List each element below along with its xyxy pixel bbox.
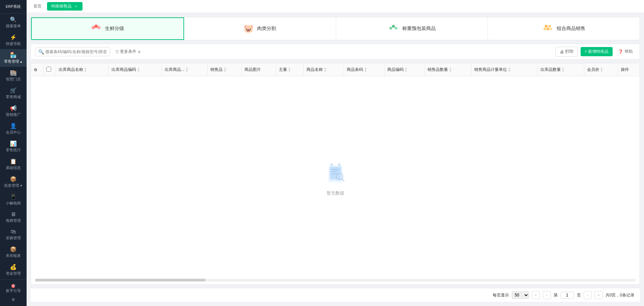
th-sort-sale-item[interactable]: 销售品 ▲▼ <box>210 67 239 73</box>
sort-arrows: ▲▼ <box>405 67 407 73</box>
data-table-container: ⚙ 出库商品名称 ▲▼ 出库商品编码 <box>31 63 640 285</box>
table-header-row: ⚙ 出库商品名称 ▲▼ 出库商品编码 <box>31 63 640 76</box>
page-prefix-label: 第 <box>554 292 558 298</box>
sidebar-item-label: 智慧门店 <box>6 77 21 82</box>
th-sort-out-code[interactable]: 出库商品编码 ▲▼ <box>111 67 159 73</box>
mini-ecom-icon: 📱 <box>10 194 17 200</box>
th-weight[interactable]: 主量 ▲▼ <box>276 63 304 76</box>
last-page-button[interactable]: » <box>595 291 603 299</box>
print-button[interactable]: 🖨 打印 <box>555 47 578 57</box>
sidebar-item-member-center[interactable]: 👤 会员中心 <box>0 120 27 138</box>
sidebar-item-label: 营销推广 <box>6 112 21 117</box>
th-sale-qty[interactable]: 销售品数量 ▲▼ <box>425 63 471 76</box>
horizontal-scrollbar-track[interactable] <box>35 279 635 281</box>
empty-state-icon <box>322 159 349 186</box>
th-item-sku[interactable]: 商品编码 ▲▼ <box>384 63 424 76</box>
sidebar-item-sales-promo[interactable]: 📢 营销推广 <box>0 102 27 120</box>
sidebar-item-new-user-guide[interactable]: 🎯 新手引导 <box>4 282 22 295</box>
toolbar-right: 🖨 打印 + 新增特殊品 ❓ 帮助 <box>555 47 635 57</box>
tab-home[interactable]: 首页 <box>31 2 44 11</box>
help-icon: ❓ <box>618 49 623 54</box>
meat-cut-icon: 🐷 <box>243 24 254 33</box>
sidebar-item-ecom-mgmt[interactable]: 🖥 电商管理 <box>0 209 27 226</box>
print-label: 打印 <box>565 49 573 55</box>
cat-tab-weight-prepack[interactable]: 称重预包装商品 <box>336 17 488 40</box>
finance-mgmt-icon: 💰 <box>10 264 17 270</box>
new-user-guide-icon: 🎯 <box>11 284 16 288</box>
sidebar-item-smart-store[interactable]: 🏬 智慧门店 <box>0 67 27 85</box>
empty-text: 暂无数据 <box>327 190 344 196</box>
th-label: 销售商品计量单位 <box>474 67 507 73</box>
first-page-button[interactable]: « <box>532 291 540 299</box>
th-label: 商品名称 <box>306 67 323 73</box>
sidebar-item-quick-nav[interactable]: ⚡ 快捷导航 <box>0 31 27 49</box>
sidebar-item-label: 会员中心 <box>6 130 21 135</box>
sidebar-item-mini-ecom[interactable]: 📱 小畅电商 <box>0 191 27 209</box>
th-member-price[interactable]: 会员价 ▲▼ <box>584 63 618 76</box>
th-sort-weight[interactable]: 主量 ▲▼ <box>279 67 301 73</box>
cat-tab-fresh-grade[interactable]: 生鲜分级 <box>31 17 184 40</box>
th-item-name[interactable]: 商品名称 ▲▼ <box>304 63 344 76</box>
tab-active[interactable]: 特殊销售品 × <box>47 2 83 11</box>
horizontal-scrollbar-thumb[interactable] <box>35 279 206 281</box>
sidebar-item-label: 电商管理 <box>6 218 21 223</box>
th-sort-out-spec[interactable]: 出库商品... ▲▼ <box>165 67 205 73</box>
smart-store-icon: 🏬 <box>10 70 17 76</box>
search-input[interactable] <box>45 49 107 54</box>
sidebar-item-wholesale-mgmt[interactable]: 📦 批发管理 ▼ <box>0 173 27 191</box>
th-label: 出库商品编码 <box>111 67 136 73</box>
retail-mgmt-label-row: 零售管理 ▲ <box>4 59 23 64</box>
svg-rect-16 <box>331 169 339 170</box>
sort-arrows: ▲▼ <box>288 67 291 73</box>
th-out-spec[interactable]: 出库商品... ▲▼ <box>162 63 208 76</box>
th-out-qty[interactable]: 出库品数量 ▲▼ <box>537 63 584 76</box>
sidebar-item-finance-mgmt[interactable]: 💰 资金管理 <box>0 261 27 279</box>
th-out-code[interactable]: 出库商品编码 ▲▼ <box>109 63 162 76</box>
prev-page-button[interactable]: ‹ <box>543 291 551 299</box>
th-sort-item-sku[interactable]: 商品编码 ▲▼ <box>387 67 422 73</box>
th-sort-member-price[interactable]: 会员价 ▲▼ <box>587 67 615 73</box>
cat-tab-combo-sales[interactable]: 组合商品销售 <box>488 17 640 40</box>
th-item-barcode[interactable]: 商品条码 ▲▼ <box>344 63 384 76</box>
th-sort-item-name[interactable]: 商品名称 ▲▼ <box>306 67 341 73</box>
help-button[interactable]: ❓ 帮助 <box>615 47 635 56</box>
sort-arrows: ▲▼ <box>449 67 452 73</box>
th-sort-out-name[interactable]: 出库商品名称 ▲▼ <box>59 67 106 73</box>
header-tabs: 首页 特殊销售品 × <box>27 0 644 13</box>
app-logo: ERP系统 <box>0 0 27 14</box>
wholesale-mgmt-icon: 📦 <box>10 176 17 182</box>
th-sort-item-barcode[interactable]: 商品条码 ▲▼ <box>347 67 381 73</box>
next-page-button[interactable]: › <box>584 291 592 299</box>
search-box[interactable]: 🔍 <box>35 47 110 56</box>
retail-mgmt-icon: 🏪 <box>10 52 17 58</box>
th-sort-out-qty[interactable]: 出库品数量 ▲▼ <box>540 67 581 73</box>
sidebar-item-inventory[interactable]: 📦 库存核算 <box>0 243 27 261</box>
th-label: 会员价 <box>587 67 599 73</box>
th-label: 销售品数量 <box>428 67 448 73</box>
sidebar-item-retail-mall[interactable]: 🛒 零售商城 <box>0 85 27 102</box>
th-sale-unit[interactable]: 销售商品计量单位 ▲▼ <box>471 63 537 76</box>
per-page-select[interactable]: 10 20 50 100 <box>512 291 529 299</box>
sidebar-item-settings[interactable]: ⚙ <box>10 296 16 303</box>
fresh-grade-icon <box>91 23 102 34</box>
filter-button[interactable]: ▽ 更多条件 ∨ <box>113 47 144 56</box>
th-sale-item[interactable]: 销售品 ▲▼ <box>208 63 242 76</box>
basic-info-icon: 📋 <box>10 158 17 165</box>
th-sort-sale-qty[interactable]: 销售品数量 ▲▼ <box>428 67 468 73</box>
sidebar-item-search-menu[interactable]: 🔍 搜索菜单 <box>0 14 27 31</box>
search-menu-icon: 🔍 <box>10 16 17 23</box>
select-all-checkbox[interactable] <box>46 67 51 72</box>
cat-tab-meat-cut[interactable]: 🐷 肉类分割 <box>184 17 336 40</box>
th-out-name[interactable]: 出库商品名称 ▲▼ <box>56 63 109 76</box>
th-sort-sale-unit[interactable]: 销售商品计量单位 ▲▼ <box>474 67 534 73</box>
page-input[interactable] <box>560 292 574 299</box>
tab-close-button[interactable]: × <box>74 4 78 9</box>
sidebar-item-purchase-mgmt[interactable]: 🛍 采购管理 <box>0 226 27 243</box>
sidebar-item-retail-stats[interactable]: 📊 零售统计 <box>0 138 27 155</box>
th-settings[interactable]: ⚙ <box>31 63 43 76</box>
new-special-item-button[interactable]: + 新增特殊品 <box>581 47 613 56</box>
toolbar: 🔍 ▽ 更多条件 ∨ 🖨 打印 + 新增特殊品 ❓ <box>31 44 640 60</box>
toolbar-left: 🔍 ▽ 更多条件 ∨ <box>35 47 144 56</box>
sidebar-item-retail-mgmt[interactable]: 🏪 零售管理 ▲ <box>0 49 27 67</box>
sidebar-item-basic-info[interactable]: 📋 基础信息 <box>0 155 27 173</box>
